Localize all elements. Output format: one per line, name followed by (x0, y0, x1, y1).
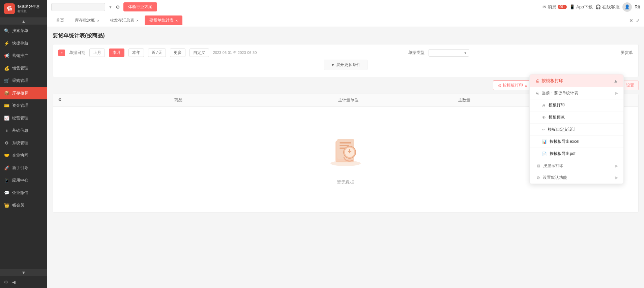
topbar-search-input[interactable] (51, 3, 105, 11)
window-maximize-btn[interactable]: ⤢ (636, 18, 640, 23)
sidebar-settings-icon[interactable]: ⚙ (4, 280, 8, 285)
print-template-btn[interactable]: 🖨 按模板打印 ▲ (493, 81, 532, 90)
pdf-icon: 📄 (542, 152, 547, 156)
sidebar-item-6[interactable]: 💳资金管理 (0, 99, 47, 112)
message-icon: ✉ (543, 4, 546, 9)
print-template-pdf-item[interactable]: 📄 按模板导出pdf (530, 148, 623, 160)
sidebar-item-9[interactable]: ⚙系统管理 (0, 137, 47, 149)
sidebar-item-label-3: 销售管理 (12, 65, 28, 71)
print-dropdown-arrow: ▶ (615, 91, 618, 95)
date-filter-label: 单据日期 (69, 50, 85, 56)
sidebar-item-14[interactable]: 👑畅会员 (0, 199, 47, 212)
sidebar-item-label-0: 搜索菜单 (12, 28, 28, 34)
svg-rect-3 (340, 142, 351, 143)
settings-table-btn[interactable]: 设置 (622, 81, 639, 90)
message-count: 99+ (558, 5, 567, 9)
tab-window-controls: ✕ ⤢ (629, 18, 640, 23)
sidebar-item-icon-11: 🚀 (4, 165, 9, 171)
tab-summary[interactable]: 收发存汇总表 × (105, 15, 143, 25)
sidebar-item-10[interactable]: 🤝企业协同 (0, 149, 47, 162)
sidebar-item-icon-2: 📢 (4, 53, 9, 59)
filter-btn-more[interactable]: 更多 (170, 49, 185, 57)
filter-bar: » 单据日期 上月 本月 本年 近7天 更多 自定义 2023-06-01 至 … (53, 44, 639, 77)
sidebar-item-label-13: 企业微信 (12, 190, 28, 196)
page-title: 要货单统计表(按商品) (53, 32, 639, 39)
filter-btn-this-month[interactable]: 本月 (109, 49, 124, 57)
filter-row-1: » 单据日期 上月 本月 本年 近7天 更多 自定义 2023-06-01 至 … (58, 49, 633, 57)
experience-btn[interactable]: 体验行业方案 (123, 2, 157, 11)
sidebar-item-icon-5: 📦 (4, 91, 9, 96)
app-download-btn[interactable]: 📱 App下载 (569, 4, 593, 10)
sidebar-item-0[interactable]: 🔍搜索菜单 (0, 25, 47, 37)
tab-home[interactable]: 首页 (51, 15, 69, 25)
sidebar-item-2[interactable]: 📢营销推广 (0, 50, 47, 62)
date-range-display: 2023-06-01 至 2023-06-30 (213, 50, 257, 55)
app-name: 畅康通好生意 (18, 4, 40, 9)
eye-icon: 👁 (542, 115, 546, 120)
sidebar-item-label-7: 经营管理 (12, 115, 28, 121)
sidebar-item-label-1: 快捷导航 (12, 40, 28, 46)
print-dropdown-header: 🖨 按模板打印 ▲ (530, 74, 623, 87)
page-content: 要货单统计表(按商品) » 单据日期 上月 本月 本年 近7天 更多 自定义 2… (47, 27, 644, 288)
sidebar-item-12[interactable]: 📱应用中心 (0, 174, 47, 187)
print-dropdown-close-btn[interactable]: ▲ (613, 78, 618, 84)
filter-expand-icon[interactable]: » (58, 50, 65, 56)
print-display-item[interactable]: 🖥 按显示打印 ▶ (530, 160, 623, 172)
sidebar-item-7[interactable]: 📈经营管理 (0, 112, 47, 124)
window-close-btn[interactable]: ✕ (629, 18, 633, 23)
expand-conditions-btn[interactable]: ▼ 展开更多条件 (324, 60, 368, 70)
sidebar-item-icon-3: 💰 (4, 66, 9, 71)
topbar-chevron-icon[interactable]: ▼ (109, 5, 112, 9)
sidebar-item-label-14: 畅会员 (12, 202, 24, 208)
print-current-icon: 🖨 (535, 91, 539, 96)
online-service-btn[interactable]: 🎧 在线客服 (595, 4, 620, 10)
edit-icon: ✏ (542, 127, 545, 132)
print-current-label: 当前：要货单统计表 (542, 90, 578, 96)
print-template-design-item[interactable]: ✏ 模板自定义设计 (530, 124, 623, 136)
sidebar-item-icon-7: 📈 (4, 116, 9, 121)
sidebar-item-5[interactable]: 📦库存核算 (0, 87, 47, 99)
sidebar-item-label-4: 采购管理 (12, 78, 28, 84)
filter-btn-7days[interactable]: 近7天 (148, 49, 166, 57)
sidebar-item-label-12: 应用中心 (12, 178, 28, 183)
print-template-excel-item[interactable]: 📊 按模板导出excel (530, 136, 623, 148)
sidebar-item-icon-12: 📱 (4, 178, 9, 183)
sidebar-item-4[interactable]: 🛒采购管理 (0, 74, 47, 87)
tab-summary-close[interactable]: × (136, 19, 138, 23)
tab-goods-stats[interactable]: 要货单统计表 × (145, 15, 182, 25)
filter-btn-last-month[interactable]: 上月 (89, 49, 105, 57)
print-template-preview-item[interactable]: 👁 模板预览 (530, 111, 623, 124)
tab-inventory-batch[interactable]: 库存批次账 × (70, 15, 104, 25)
message-label: 消息 (548, 4, 556, 10)
scroll-up-arrow[interactable]: ▲ (0, 18, 47, 25)
print-current-item[interactable]: 🖨 当前：要货单统计表 ▶ (530, 87, 623, 99)
default-settings-arrow: ▶ (615, 175, 618, 180)
sidebar-item-13[interactable]: 💬企业微信 (0, 187, 47, 199)
sidebar-item-label-8: 基础信息 (12, 128, 28, 133)
print-template-print-item[interactable]: 🖨 模板打印 (530, 99, 623, 111)
topbar: ▼ ⚙ 体验行业方案 ✉ 消息 99+ 📱 App下载 🎧 在线客服 👤 Rit (47, 0, 644, 14)
sidebar-collapse-icon[interactable]: ◀ (12, 280, 16, 285)
scroll-down-arrow[interactable]: ▼ (0, 269, 47, 276)
sidebar-item-icon-0: 🔍 (4, 28, 9, 34)
sidebar-item-icon-10: 🤝 (4, 153, 9, 158)
user-icon: 👤 (624, 4, 630, 9)
sidebar-item-1[interactable]: ⚡快捷导航 (0, 37, 47, 50)
sidebar-item-icon-8: ℹ (4, 128, 9, 133)
user-avatar[interactable]: 👤 (622, 2, 632, 12)
message-btn[interactable]: ✉ 消息 99+ (543, 4, 567, 10)
filter-btn-this-year[interactable]: 本年 (128, 49, 144, 57)
tab-home-label: 首页 (56, 18, 64, 23)
tab-inventory-batch-close[interactable]: × (97, 19, 99, 23)
print-default-settings-item[interactable]: ⚙ 设置默认功能 ▶ (530, 172, 623, 184)
sidebar-item-8[interactable]: ℹ基础信息 (0, 124, 47, 137)
topbar-settings-icon[interactable]: ⚙ (116, 4, 120, 10)
sidebar-item-icon-9: ⚙ (4, 140, 9, 146)
tab-goods-stats-close[interactable]: × (176, 19, 178, 23)
sidebar-item-11[interactable]: 🚀新手引导 (0, 162, 47, 174)
sidebar-item-3[interactable]: 💰销售管理 (0, 62, 47, 74)
phone-icon: 📱 (569, 4, 575, 9)
type-select[interactable] (429, 49, 469, 57)
sidebar-item-label-2: 营销推广 (12, 53, 28, 59)
filter-btn-custom[interactable]: 自定义 (189, 49, 209, 57)
